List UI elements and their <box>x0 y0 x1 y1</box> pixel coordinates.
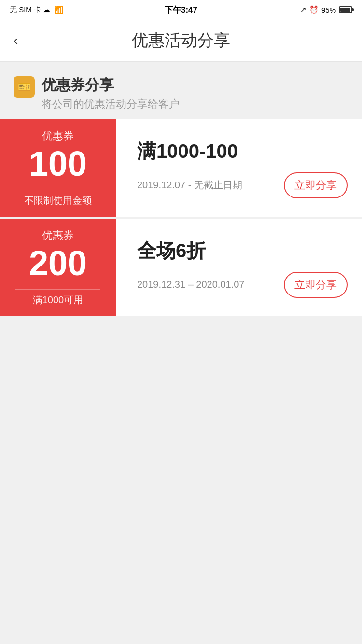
coupon-date-0: 2019.12.07 - 无截止日期 <box>137 179 242 192</box>
battery-percent: 95% <box>321 6 336 14</box>
location-icon: ↗ <box>300 5 306 14</box>
alarm-icon: ⏰ <box>309 5 319 14</box>
status-bar: 无 SIM 卡 ☁ 📶 下午3:47 ↗ ⏰ 95% <box>0 0 362 19</box>
section-title: 优惠券分享 <box>42 75 180 95</box>
coupon-left-0: 优惠券 100 不限制使用金额 <box>0 119 116 217</box>
coupon-condition-1: 满1000可用 <box>33 294 84 307</box>
wifi-icon: 📶 <box>54 5 64 14</box>
status-time: 下午3:47 <box>165 4 197 15</box>
coupon-list: 优惠券 100 不限制使用金额 满1000-100 2019.12.07 - 无… <box>0 119 362 336</box>
coupon-date-row-1: 2019.12.31 – 2020.01.07 立即分享 <box>137 272 348 298</box>
share-button-1[interactable]: 立即分享 <box>284 272 348 298</box>
no-sim-label: 无 SIM 卡 ☁ <box>10 5 50 14</box>
coupon-label-1: 优惠券 <box>42 228 74 243</box>
coupon-name-0: 满1000-100 <box>137 138 348 165</box>
back-button[interactable]: ‹ <box>14 34 18 47</box>
coupon-amount-0: 100 <box>29 146 87 181</box>
battery-icon <box>339 6 352 13</box>
coupon-amount-1: 200 <box>29 246 87 280</box>
status-right: ↗ ⏰ 95% <box>300 5 352 14</box>
coupon-name-1: 全场6折 <box>137 238 348 264</box>
coupon-right-1: 全场6折 2019.12.31 – 2020.01.07 立即分享 <box>116 219 362 316</box>
coupon-icon: 🎫 <box>18 81 31 93</box>
coupon-left-1: 优惠券 200 满1000可用 <box>0 219 116 316</box>
bottom-area <box>0 336 362 530</box>
coupon-right-0: 满1000-100 2019.12.07 - 无截止日期 立即分享 <box>116 119 362 217</box>
coupon-date-1: 2019.12.31 – 2020.01.07 <box>137 279 244 290</box>
coupon-card-1: 优惠券 200 满1000可用 全场6折 2019.12.31 – 2020.0… <box>0 219 362 316</box>
coupon-section-icon: 🎫 <box>14 76 35 98</box>
share-button-0[interactable]: 立即分享 <box>284 172 348 198</box>
page-title: 优惠活动分享 <box>132 29 230 52</box>
status-left: 无 SIM 卡 ☁ 📶 <box>10 5 64 14</box>
section-header: 🎫 优惠券分享 将公司的优惠活动分享给客户 <box>0 62 362 119</box>
coupon-label-0: 优惠券 <box>42 129 74 143</box>
section-subtitle: 将公司的优惠活动分享给客户 <box>42 97 180 112</box>
coupon-date-row-0: 2019.12.07 - 无截止日期 立即分享 <box>137 172 348 198</box>
section-text: 优惠券分享 将公司的优惠活动分享给客户 <box>42 75 180 112</box>
coupon-card-0: 优惠券 100 不限制使用金额 满1000-100 2019.12.07 - 无… <box>0 119 362 217</box>
nav-bar: ‹ 优惠活动分享 <box>0 19 362 62</box>
coupon-condition-0: 不限制使用金额 <box>24 194 92 207</box>
